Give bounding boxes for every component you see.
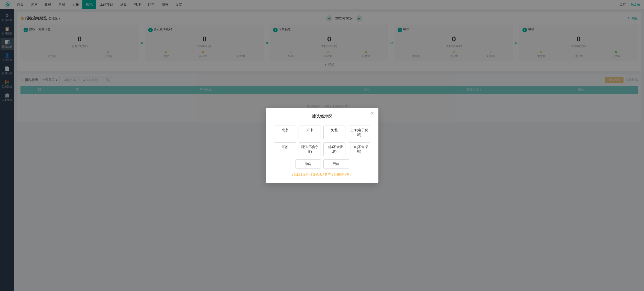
warning-icon: ℹ <box>292 173 293 177</box>
region-btn-云南[interactable]: 云南 <box>323 159 349 169</box>
region-btn-浙江(不含宁波)[interactable]: 浙江(不含宁波) <box>299 142 321 156</box>
region-btn-北京[interactable]: 北京 <box>274 126 296 139</box>
modal-title: 请选择地区 <box>274 114 370 119</box>
modal-overlay[interactable]: ✕ 请选择地区 北京天津河北上海(电子税局) 江苏浙江(不含宁波)山东(不含青岛… <box>0 0 644 291</box>
region-btn-上海(电子税局)[interactable]: 上海(电子税局) <box>348 126 370 139</box>
region-btn-山东(不含青岛)[interactable]: 山东(不含青岛) <box>323 142 346 156</box>
region-btn-天津[interactable]: 天津 <box>299 126 321 139</box>
region-warning: ℹ 除以上地区外其他地区暂不支持报税检查！ <box>274 173 370 177</box>
region-btn-河北[interactable]: 河北 <box>323 126 346 139</box>
region-grid-3: 海南云南 <box>274 159 370 169</box>
region-grid-2: 江苏浙江(不含宁波)山东(不含青岛)广东(不含深圳) <box>274 142 370 156</box>
warning-text: 除以上地区外其他地区暂不支持报税检查！ <box>294 173 352 177</box>
modal: ✕ 请选择地区 北京天津河北上海(电子税局) 江苏浙江(不含宁波)山东(不含青岛… <box>266 108 378 183</box>
region-btn-江苏[interactable]: 江苏 <box>274 142 296 156</box>
region-grid-1: 北京天津河北上海(电子税局) <box>274 126 370 139</box>
region-btn-广东(不含深圳)[interactable]: 广东(不含深圳) <box>348 142 370 156</box>
region-btn-海南[interactable]: 海南 <box>295 159 321 169</box>
modal-close-btn[interactable]: ✕ <box>370 111 374 116</box>
